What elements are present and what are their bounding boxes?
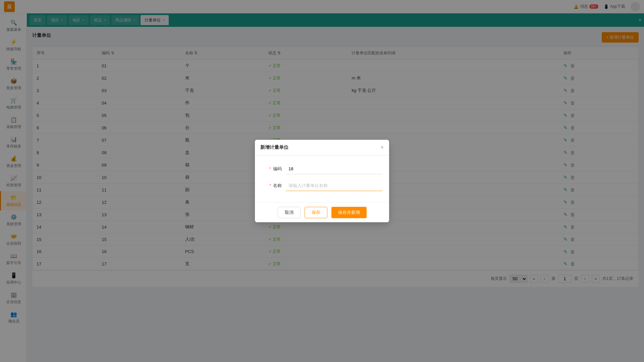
code-label: * 编码 [262, 166, 282, 172]
code-input[interactable] [286, 164, 382, 174]
modal-body: * 编码 * 名称 [255, 156, 389, 202]
save-new-btn[interactable]: 保存并新增 [331, 207, 367, 218]
modal-overlay[interactable]: 新增计量单位 × * 编码 * 名称 取消 保存 保存并新增 [0, 0, 644, 362]
name-label: * 名称 [262, 183, 282, 189]
save-btn[interactable]: 保存 [305, 207, 327, 218]
name-input[interactable] [286, 180, 382, 191]
add-measure-unit-modal: 新增计量单位 × * 编码 * 名称 取消 保存 保存并新增 [255, 140, 389, 222]
name-required: * [269, 183, 271, 188]
modal-title: 新增计量单位 [260, 144, 288, 150]
code-required: * [269, 166, 271, 171]
modal-header: 新增计量单位 × [255, 140, 389, 156]
form-row-code: * 编码 [262, 164, 382, 174]
modal-close-btn[interactable]: × [381, 145, 384, 150]
modal-footer: 取消 保存 保存并新增 [255, 202, 389, 222]
form-row-name: * 名称 [262, 180, 382, 191]
cancel-btn[interactable]: 取消 [278, 207, 301, 218]
